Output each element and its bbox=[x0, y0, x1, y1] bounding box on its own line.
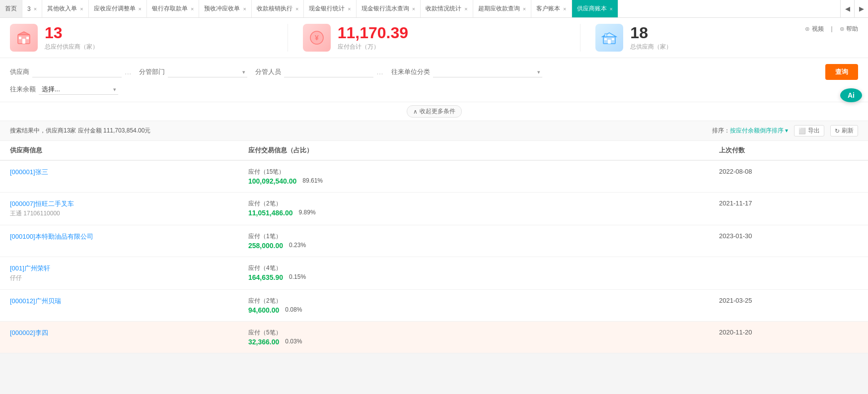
tx-row-3: 164,635.900.15% bbox=[248, 272, 719, 281]
refresh-button[interactable]: ↻ 刷新 bbox=[830, 125, 858, 136]
last-pay-4: 2021-03-25 bbox=[719, 297, 858, 304]
video-link[interactable]: ⊙ 视频 bbox=[805, 25, 823, 33]
category-label: 往来单位分类 bbox=[391, 67, 430, 76]
last-pay-1: 2021-11-17 bbox=[719, 199, 858, 207]
filter-category: 往来单位分类 ▾ bbox=[391, 66, 542, 77]
nav-tab-0[interactable]: 首页 bbox=[0, 0, 22, 18]
close-tab-icon-2[interactable]: × bbox=[80, 6, 83, 12]
store-icon bbox=[595, 24, 623, 52]
filter-row-1: 供应商 ... 分管部门 ▾ 分管人员 ... 往来单位分类 bbox=[10, 64, 858, 80]
nav-tab-2[interactable]: 其他收入单× bbox=[42, 0, 88, 18]
tx-amount-1[interactable]: 11,051,486.00 bbox=[248, 209, 293, 217]
tx-amount-3[interactable]: 164,635.90 bbox=[248, 273, 283, 281]
nav-tab-1[interactable]: 3× bbox=[22, 0, 42, 18]
export-button[interactable]: ⬜ 导出 bbox=[794, 125, 824, 136]
supplier-sub-1: 王通 17106110000 bbox=[10, 209, 248, 218]
supplier-info-0: [000001]张三 bbox=[10, 168, 248, 177]
summary-item-1: 13 总应付供应商（家） bbox=[10, 24, 288, 52]
nav-tab-9[interactable]: 收款情况统计× bbox=[421, 0, 473, 18]
col-header-2: 上次付数 bbox=[719, 146, 858, 155]
summary-label-2: 应付合计（万） bbox=[338, 43, 408, 51]
tx-row-5: 32,366.000.03% bbox=[248, 337, 719, 346]
nav-tab-11[interactable]: 客户账本× bbox=[531, 0, 572, 18]
tx-pct-5: 0.03% bbox=[285, 338, 302, 345]
col-header-1: 应付交易信息（占比） bbox=[248, 146, 719, 155]
dept-select-wrap: ▾ bbox=[168, 66, 247, 77]
tx-pct-3: 0.15% bbox=[289, 273, 306, 280]
supplier-link-2[interactable]: [000100]本特勤油品有限公司 bbox=[10, 232, 248, 241]
supplier-link-0[interactable]: [000001]张三 bbox=[10, 168, 248, 177]
nav-tab-12[interactable]: 供应商账本× bbox=[572, 0, 618, 18]
person-dots[interactable]: ... bbox=[376, 67, 383, 76]
close-tab-icon-3[interactable]: × bbox=[139, 6, 142, 12]
nav-tab-6[interactable]: 收款核销执行× bbox=[252, 0, 304, 18]
nav-tab-10[interactable]: 超期应收款查询× bbox=[473, 0, 531, 18]
supplier-link-1[interactable]: [000007]恒旺二手叉车 bbox=[10, 199, 248, 208]
export-icon: ⬜ bbox=[798, 128, 806, 134]
supplier-link-5[interactable]: [000002]李四 bbox=[10, 328, 248, 337]
nav-tab-8[interactable]: 现金银行流水查询× bbox=[357, 0, 421, 18]
table-row: [000001]张三应付（15笔）100,092,540.0089.61%202… bbox=[0, 161, 868, 193]
table-wrap: 供应商信息应付交易信息（占比）上次付数 [000001]张三应付（15笔）100… bbox=[0, 141, 868, 353]
table-row: [000007]恒旺二手叉车王通 17106110000应付（2笔）11,051… bbox=[0, 193, 868, 225]
svg-marker-1 bbox=[18, 32, 30, 35]
tx-amount-0[interactable]: 100,092,540.00 bbox=[248, 177, 296, 185]
table-row: [001]广州荣轩仔仔应付（4笔）164,635.900.15% bbox=[0, 257, 868, 290]
summary-text-3: 18 总供应商（家） bbox=[630, 25, 672, 51]
tx-label-4: 应付（2笔） bbox=[248, 297, 719, 305]
summary-label-3: 总供应商（家） bbox=[630, 43, 672, 51]
balance-select-wrap: 选择... ▾ bbox=[39, 84, 118, 95]
tx-label-5: 应付（5笔） bbox=[248, 328, 719, 337]
close-tab-icon-5[interactable]: × bbox=[243, 6, 246, 12]
collapse-button[interactable]: ∧ 收起更多条件 bbox=[407, 105, 462, 118]
close-tab-icon-1[interactable]: × bbox=[34, 6, 37, 12]
nav-arrow-right[interactable]: ▶ bbox=[854, 0, 868, 18]
supplier-link-3[interactable]: [001]广州荣轩 bbox=[10, 264, 248, 273]
nav-tab-5[interactable]: 预收冲应收单× bbox=[199, 0, 251, 18]
tx-info-4: 应付（2笔）94,600.000.08% bbox=[248, 297, 719, 314]
close-tab-icon-10[interactable]: × bbox=[523, 6, 526, 12]
tx-amount-2[interactable]: 258,000.00 bbox=[248, 242, 283, 250]
close-tab-icon-11[interactable]: × bbox=[563, 6, 566, 12]
close-tab-icon-6[interactable]: × bbox=[295, 6, 298, 12]
filter-balance: 往来余额 选择... ▾ bbox=[10, 84, 118, 95]
tx-amount-4[interactable]: 94,600.00 bbox=[248, 306, 279, 314]
svg-rect-9 bbox=[608, 40, 611, 44]
nav-tab-3[interactable]: 应收应付调整单× bbox=[89, 0, 147, 18]
tx-info-5: 应付（5笔）32,366.000.03% bbox=[248, 328, 719, 346]
sort-value[interactable]: 按应付余额倒序排序 bbox=[730, 127, 784, 134]
balance-label: 往来余额 bbox=[10, 85, 36, 94]
nav-tab-4[interactable]: 银行存取款单× bbox=[147, 0, 199, 18]
summary-num-1: 13 bbox=[45, 25, 98, 41]
balance-select[interactable]: 选择... bbox=[39, 84, 118, 95]
supplier-info-1: [000007]恒旺二手叉车王通 17106110000 bbox=[10, 199, 248, 218]
category-select[interactable] bbox=[433, 66, 542, 77]
query-button[interactable]: 查询 bbox=[825, 64, 858, 80]
supplier-input[interactable] bbox=[32, 66, 122, 77]
nav-arrow-left[interactable]: ◀ bbox=[840, 0, 854, 18]
collapse-label: 收起更多条件 bbox=[420, 107, 455, 116]
close-tab-icon-7[interactable]: × bbox=[348, 6, 351, 12]
summary-text-2: 11,170.39 应付合计（万） bbox=[338, 25, 408, 51]
person-input[interactable] bbox=[284, 66, 373, 77]
tx-amount-5[interactable]: 32,366.00 bbox=[248, 338, 279, 346]
nav-bar: 首页3×其他收入单×应收应付调整单×银行存取款单×预收冲应收单×收款核销执行×现… bbox=[0, 0, 868, 18]
svg-text:¥: ¥ bbox=[315, 34, 319, 42]
supplier-link-4[interactable]: [000012]广州贝瑞 bbox=[10, 297, 248, 306]
table-header: 供应商信息应付交易信息（占比）上次付数 bbox=[0, 141, 868, 161]
help-link[interactable]: ⊙ 帮助 bbox=[840, 25, 858, 33]
supplier-dots[interactable]: ... bbox=[125, 67, 131, 76]
close-tab-icon-4[interactable]: × bbox=[191, 6, 194, 12]
nav-tab-7[interactable]: 现金银行统计× bbox=[304, 0, 356, 18]
close-tab-icon-9[interactable]: × bbox=[464, 6, 467, 12]
tx-label-0: 应付（15笔） bbox=[248, 168, 719, 176]
close-tab-icon-8[interactable]: × bbox=[412, 6, 415, 12]
collapse-bar: ∧ 收起更多条件 bbox=[0, 102, 868, 121]
tx-info-2: 应付（1笔）258,000.000.23% bbox=[248, 232, 719, 250]
dept-select[interactable] bbox=[168, 66, 247, 77]
supplier-info-5: [000002]李四 bbox=[10, 328, 248, 337]
close-tab-icon-12[interactable]: × bbox=[610, 6, 613, 12]
result-summary-text: 搜索结果中，供应商13家 应付金额 111,703,854.00元 bbox=[10, 127, 712, 135]
ai-badge[interactable]: Ai bbox=[840, 88, 862, 102]
sort-chevron-icon[interactable]: ▾ bbox=[785, 127, 788, 134]
